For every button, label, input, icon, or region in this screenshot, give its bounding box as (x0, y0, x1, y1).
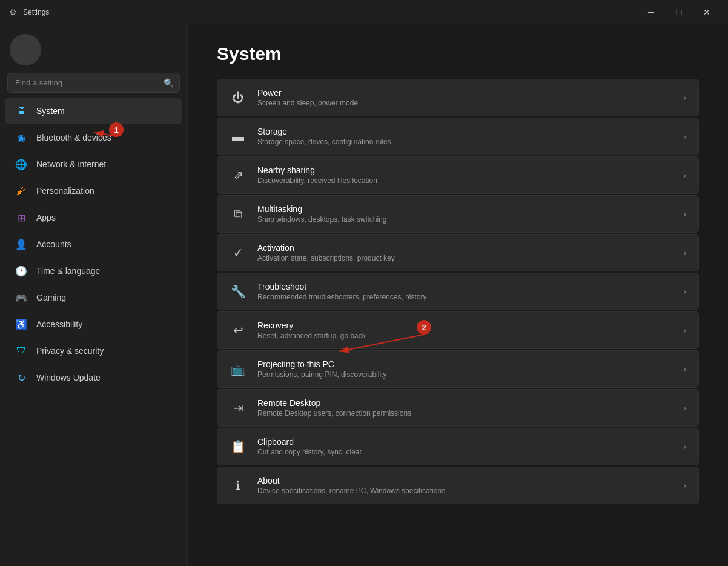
maximize-button[interactable]: □ (665, 2, 693, 22)
chevron-right-icon: › (683, 209, 686, 219)
settings-item-desc: Screen and sleep, power mode (257, 99, 672, 107)
apps-icon: ⊞ (15, 211, 28, 224)
sidebar-item-label: Apps (36, 213, 56, 222)
sidebar-item-network[interactable]: 🌐 Network & internet (5, 151, 182, 177)
settings-item-title: Storage (257, 127, 672, 136)
settings-item-nearby-sharing[interactable]: ⇗ Nearby sharing Discoverability, receiv… (217, 156, 699, 194)
sidebar-item-bluetooth[interactable]: ◉ Bluetooth & devices (5, 125, 182, 150)
settings-app-icon: ⚙ (7, 7, 18, 18)
sidebar-item-apps[interactable]: ⊞ Apps (5, 205, 182, 230)
multitasking-icon: ⧉ (230, 205, 247, 222)
sidebar-item-privacy[interactable]: 🛡 Privacy & security (5, 338, 182, 364)
settings-item-desc: Cut and copy history, sync, clear (257, 448, 672, 456)
sidebar-item-update[interactable]: ↻ Windows Update (5, 365, 182, 390)
accessibility-icon: ♿ (15, 318, 28, 331)
search-box: 🔍 (7, 73, 180, 93)
chevron-right-icon: › (683, 132, 686, 141)
privacy-icon: 🛡 (15, 344, 28, 358)
chevron-right-icon: › (683, 287, 686, 296)
page-title: System (217, 44, 699, 64)
sidebar-item-label: Time & language (36, 266, 100, 276)
sidebar: 🔍 🖥 System ◉ Bluetooth & devices 🌐 Netwo… (0, 24, 188, 566)
settings-item-storage[interactable]: ▬ Storage Storage space, drives, configu… (217, 118, 699, 155)
sidebar-item-system[interactable]: 🖥 System (5, 98, 182, 124)
clipboard-icon: 📋 (230, 438, 247, 455)
settings-item-text: Power Screen and sleep, power mode (257, 88, 672, 107)
settings-item-projecting[interactable]: 📺 Projecting to this PC Permissions, pai… (217, 350, 699, 388)
sidebar-item-label: System (36, 106, 65, 116)
settings-item-title: Troubleshoot (257, 282, 672, 291)
sidebar-item-label: Accessibility (36, 319, 82, 329)
main-content: System ⏻ Power Screen and sleep, power m… (188, 24, 728, 566)
settings-item-troubleshoot[interactable]: 🔧 Troubleshoot Recommended troubleshoote… (217, 273, 699, 310)
sidebar-item-personalization[interactable]: 🖌 Personalization (5, 178, 182, 204)
sidebar-item-label: Accounts (36, 239, 71, 249)
settings-item-text: Projecting to this PC Permissions, pairi… (257, 359, 672, 379)
close-button[interactable]: ✕ (693, 2, 721, 22)
sidebar-item-time[interactable]: 🕐 Time & language (5, 258, 182, 284)
settings-item-activation[interactable]: ✓ Activation Activation state, subscript… (217, 234, 699, 271)
chevron-right-icon: › (683, 481, 686, 490)
chevron-right-icon: › (683, 403, 686, 413)
sidebar-item-label: Privacy & security (36, 346, 104, 356)
settings-item-desc: Permissions, pairing PIN, discoverabilit… (257, 370, 672, 379)
settings-item-text: Remote Desktop Remote Desktop users, con… (257, 398, 672, 418)
settings-item-desc: Remote Desktop users, connection permiss… (257, 409, 672, 418)
power-icon: ⏻ (230, 89, 247, 106)
settings-item-text: Troubleshoot Recommended troubleshooters… (257, 282, 672, 301)
sidebar-item-label: Windows Update (36, 373, 101, 382)
chevron-right-icon: › (683, 325, 686, 335)
sidebar-item-label: Network & internet (36, 159, 106, 169)
personalization-icon: 🖌 (15, 184, 28, 198)
sidebar-item-accounts[interactable]: 👤 Accounts (5, 231, 182, 257)
settings-item-remote-desktop[interactable]: ⇥ Remote Desktop Remote Desktop users, c… (217, 389, 699, 427)
nearby-sharing-icon: ⇗ (230, 167, 247, 184)
app-wrapper: ⚙ Settings ─ □ ✕ 🔍 🖥 System ◉ Blue (0, 0, 728, 566)
sidebar-item-label: Bluetooth & devices (36, 133, 111, 142)
sidebar-item-label: Gaming (36, 293, 66, 302)
sidebar-item-accessibility[interactable]: ♿ Accessibility (5, 311, 182, 337)
settings-item-desc: Snap windows, desktops, task switching (257, 215, 672, 224)
system-icon: 🖥 (15, 104, 28, 118)
settings-item-title: Remote Desktop (257, 398, 672, 408)
settings-item-desc: Activation state, subscriptions, product… (257, 254, 672, 262)
settings-item-desc: Reset, advanced startup, go back (257, 331, 672, 340)
time-icon: 🕐 (15, 264, 28, 278)
search-icon: 🔍 (164, 78, 174, 88)
settings-item-about[interactable]: ℹ About Device specifications, rename PC… (217, 467, 699, 504)
settings-item-power[interactable]: ⏻ Power Screen and sleep, power mode › (217, 79, 699, 116)
projecting-icon: 📺 (230, 361, 247, 378)
update-icon: ↻ (15, 371, 28, 384)
app-container: 🔍 🖥 System ◉ Bluetooth & devices 🌐 Netwo… (0, 24, 728, 566)
troubleshoot-icon: 🔧 (230, 283, 247, 300)
settings-item-text: Multitasking Snap windows, desktops, tas… (257, 204, 672, 224)
settings-item-recovery[interactable]: ↩ Recovery Reset, advanced startup, go b… (217, 311, 699, 349)
settings-item-multitasking[interactable]: ⧉ Multitasking Snap windows, desktops, t… (217, 195, 699, 233)
sidebar-profile (0, 24, 187, 73)
chevron-right-icon: › (683, 248, 686, 258)
sidebar-item-gaming[interactable]: 🎮 Gaming (5, 285, 182, 310)
gaming-icon: 🎮 (15, 291, 28, 304)
settings-item-clipboard[interactable]: 📋 Clipboard Cut and copy history, sync, … (217, 428, 699, 465)
storage-icon: ▬ (230, 128, 247, 145)
about-icon: ℹ (230, 477, 247, 494)
chevron-right-icon: › (683, 442, 686, 451)
sidebar-item-label: Personalization (36, 186, 94, 196)
settings-item-title: Multitasking (257, 204, 672, 214)
settings-item-title: Clipboard (257, 437, 672, 447)
search-input[interactable] (7, 73, 180, 93)
settings-item-desc: Storage space, drives, configuration rul… (257, 138, 672, 146)
minimize-button[interactable]: ─ (637, 2, 665, 22)
settings-item-desc: Device specifications, rename PC, Window… (257, 487, 672, 495)
chevron-right-icon: › (683, 364, 686, 374)
settings-item-text: Nearby sharing Discoverability, received… (257, 165, 672, 185)
settings-item-text: Recovery Reset, advanced startup, go bac… (257, 321, 672, 340)
recovery-icon: ↩ (230, 322, 247, 339)
network-icon: 🌐 (15, 158, 28, 171)
settings-item-title: Recovery (257, 321, 672, 330)
settings-item-title: Nearby sharing (257, 165, 672, 175)
title-bar: ⚙ Settings ─ □ ✕ (0, 0, 728, 24)
settings-item-text: About Device specifications, rename PC, … (257, 476, 672, 495)
settings-item-title: Projecting to this PC (257, 359, 672, 369)
settings-item-desc: Recommended troubleshooters, preferences… (257, 293, 672, 301)
